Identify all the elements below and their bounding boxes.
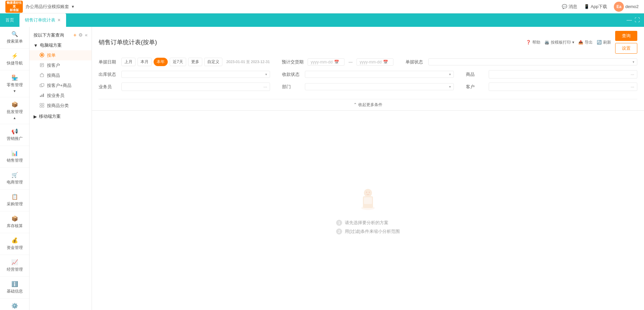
customer-dots-icon: ··· bbox=[631, 84, 634, 89]
finance-icon: 💰 bbox=[11, 237, 18, 244]
refresh-btn[interactable]: 🔄 刷新 bbox=[597, 40, 611, 45]
empty-tip-1: 1 请先选择要分析的方案 bbox=[336, 220, 399, 226]
tree-group-pc-header[interactable]: ▼ 电脑端方案 bbox=[30, 40, 92, 50]
app-download-btn[interactable]: 📱 App下载 bbox=[584, 4, 607, 10]
sidebar-item-sales[interactable]: 📊 销售管理 bbox=[0, 146, 29, 168]
date-btn-this-year[interactable]: 本年 bbox=[154, 58, 168, 66]
add-scheme-icon[interactable]: + bbox=[73, 32, 76, 38]
calendar-end-icon: 📅 bbox=[383, 60, 388, 64]
department-arrow-icon: ▾ bbox=[449, 85, 451, 89]
app-label: App下载 bbox=[591, 4, 607, 10]
salesperson-select[interactable]: ··· bbox=[121, 83, 270, 91]
empty-tip-2: 2 用[过滤]条件来缩小分析范围 bbox=[336, 228, 399, 235]
by-order-label: 按单 bbox=[47, 52, 56, 58]
company-dropdown[interactable]: ▾ bbox=[72, 4, 74, 9]
sidebar: 🔍 搜索菜单 ⚡ 快捷导航 🏪 零售管理 ▼ 📦 批发管理 ▲ 📢 营销推广 📊… bbox=[0, 27, 30, 310]
date-btn-custom[interactable]: 自定义 bbox=[204, 58, 222, 66]
sidebar-item-basic-info[interactable]: ℹ️ 基础信息 bbox=[0, 277, 29, 299]
help-btn[interactable]: ❓ 帮助 bbox=[526, 40, 540, 45]
tree-item-by-cust-prod[interactable]: 按客户+商品 bbox=[30, 81, 92, 91]
tab-sales-stats[interactable]: 销售订单统计表 ✕ bbox=[19, 13, 66, 27]
delivery-date-end[interactable]: yyyy-mm-dd 📅 bbox=[357, 58, 393, 66]
department-select[interactable]: ▾ bbox=[305, 83, 453, 90]
sidebar-item-inventory[interactable]: 📦 库存核算 bbox=[0, 211, 29, 233]
payment-status-arrow-icon: ▾ bbox=[449, 72, 451, 76]
settings-button[interactable]: 设置 bbox=[615, 43, 637, 54]
app-icon: 📱 bbox=[584, 4, 589, 9]
tab-close-icon[interactable]: ✕ bbox=[57, 18, 61, 22]
panel-header: 按以下方案查询 + ⚙ « bbox=[30, 30, 92, 40]
by-cust-prod-icon bbox=[39, 83, 45, 89]
message-btn[interactable]: 💬 消息 bbox=[562, 4, 577, 10]
export-btn[interactable]: 📤 导出 bbox=[578, 40, 593, 45]
collapse-arrow-icon: ⌃ bbox=[354, 102, 357, 107]
sidebar-item-purchase[interactable]: 📋 采购管理 bbox=[0, 190, 29, 211]
query-button[interactable]: 查询 bbox=[615, 31, 637, 41]
template-print-btn[interactable]: 🖨️ 按模板打印 ▾ bbox=[544, 40, 574, 45]
date-btn-this-month[interactable]: 本月 bbox=[138, 58, 152, 66]
maximize-icon[interactable]: ⛶ bbox=[635, 17, 640, 23]
sidebar-item-ecom[interactable]: 🛒 电商管理 bbox=[0, 168, 29, 190]
by-category-icon bbox=[39, 103, 45, 109]
tree-item-by-customer[interactable]: 按客户 bbox=[30, 60, 92, 70]
svg-rect-10 bbox=[42, 95, 43, 97]
sidebar-operations-label: 经营管理 bbox=[7, 267, 23, 272]
tree-group-mobile: ▶ 移动端方案 bbox=[30, 111, 92, 121]
tree-item-by-salesperson[interactable]: 按业务员 bbox=[30, 91, 92, 101]
user-name: demo2 bbox=[625, 4, 639, 9]
sidebar-item-retail[interactable]: 🏪 零售管理 ▼ bbox=[0, 70, 29, 97]
sidebar-item-marketing[interactable]: 📢 营销推广 bbox=[0, 124, 29, 146]
collapse-bar[interactable]: ⌃ 收起更多条件 bbox=[99, 99, 637, 110]
delivery-status-select[interactable]: ▾ bbox=[121, 71, 270, 78]
payment-status-select[interactable]: ▾ bbox=[305, 71, 453, 78]
date-btn-last-month[interactable]: 上月 bbox=[121, 58, 136, 66]
refresh-icon: 🔄 bbox=[597, 40, 602, 45]
page-title-row: 销售订单统计表(按单) ❓ 帮助 🖨️ 按模板打印 ▾ 📤 bbox=[99, 31, 637, 54]
tree-group-pc: ▼ 电脑端方案 按单 按客户 bbox=[30, 40, 92, 111]
sidebar-item-finance[interactable]: 💰 资金管理 bbox=[0, 233, 29, 255]
filter-row-2: 出库状态 ▾ 收款状态 ▾ 商品 ··· bbox=[99, 70, 637, 79]
search-icon: 🔍 bbox=[11, 31, 18, 37]
svg-rect-6 bbox=[40, 74, 44, 77]
sales-icon: 📊 bbox=[11, 150, 18, 156]
main-layout: 🔍 搜索菜单 ⚡ 快捷导航 🏪 零售管理 ▼ 📦 批发管理 ▲ 📢 营销推广 📊… bbox=[0, 27, 644, 310]
goods-select[interactable]: ··· bbox=[489, 70, 637, 79]
tip-num-1: 1 bbox=[336, 220, 342, 226]
customer-select[interactable]: ··· bbox=[489, 83, 637, 91]
minimize-icon[interactable]: — bbox=[627, 17, 632, 23]
tree-item-by-category[interactable]: 按商品分类 bbox=[30, 101, 92, 111]
sidebar-item-system[interactable]: ⚙️ 系统管理 bbox=[0, 299, 29, 310]
svg-rect-13 bbox=[42, 103, 44, 105]
export-label: 导出 bbox=[585, 40, 593, 45]
delivery-date-start[interactable]: yyyy-mm-dd 📅 bbox=[308, 58, 344, 66]
tree-group-mobile-header[interactable]: ▶ 移动端方案 bbox=[30, 111, 92, 121]
by-customer-label: 按客户 bbox=[47, 62, 60, 68]
pc-group-label: 电脑端方案 bbox=[40, 42, 62, 48]
sidebar-marketing-label: 营销推广 bbox=[7, 136, 23, 142]
system-icon: ⚙️ bbox=[11, 303, 18, 309]
sidebar-item-quick-nav[interactable]: ⚡ 快捷导航 bbox=[0, 49, 29, 70]
user-avatar-btn[interactable]: Ea demo2 bbox=[614, 2, 639, 12]
settings-scheme-icon[interactable]: ⚙ bbox=[78, 32, 83, 38]
status-select[interactable]: ▾ bbox=[428, 58, 637, 65]
tree-item-by-order[interactable]: 按单 bbox=[30, 50, 92, 60]
date-btn-7days[interactable]: 近7天 bbox=[170, 58, 186, 66]
by-cust-prod-label: 按客户+商品 bbox=[47, 83, 71, 89]
message-icon: 💬 bbox=[562, 4, 567, 9]
sidebar-item-wholesale[interactable]: 📦 批发管理 ▲ bbox=[0, 97, 29, 124]
sidebar-item-search[interactable]: 🔍 搜索菜单 bbox=[0, 27, 29, 49]
tab-home[interactable]: 首页 bbox=[0, 13, 19, 27]
topbar-right: 💬 消息 📱 App下载 Ea demo2 bbox=[562, 2, 639, 12]
tree-item-by-product[interactable]: 按商品 bbox=[30, 70, 92, 81]
panel-header-icons: + ⚙ « bbox=[73, 32, 88, 38]
date-separator: — bbox=[348, 60, 353, 64]
sidebar-retail-label: 零售管理 bbox=[7, 82, 23, 88]
svg-point-21 bbox=[369, 192, 370, 193]
mobile-group-label: 移动端方案 bbox=[39, 113, 61, 119]
topbar: 畅捷通好生意 标准版 办公用品行业模拟账套 ▾ 💬 消息 📱 App下载 Ea … bbox=[0, 0, 644, 13]
sidebar-item-operations[interactable]: 📈 经营管理 bbox=[0, 255, 29, 277]
collapse-panel-icon[interactable]: « bbox=[85, 32, 88, 38]
date-btn-more[interactable]: 更多 bbox=[188, 58, 202, 66]
empty-state: 1 请先选择要分析的方案 2 用[过滤]条件来缩小分析范围 bbox=[92, 111, 644, 310]
tip-num-2: 2 bbox=[336, 228, 342, 235]
